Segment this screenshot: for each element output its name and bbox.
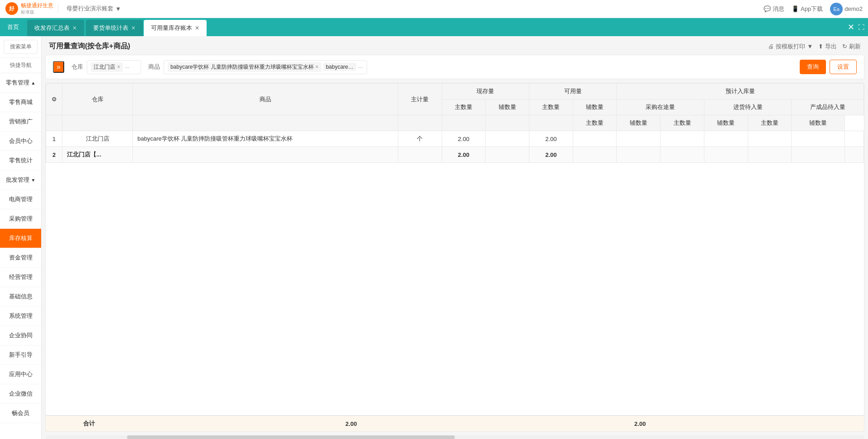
sidebar-item-inventory-check[interactable]: 库存核算 (0, 229, 41, 248)
sidebar-item-retail-stats[interactable]: 零售统计 (0, 151, 41, 170)
tab-receive-send-close[interactable]: ✕ (72, 25, 77, 31)
sidebar: 搜索菜单 快捷导航 零售管理 ▲ 零售商城 营销推广 会员中心 零售统计 批发管… (0, 36, 42, 439)
th-incoming-pending-label: 进货待入量 (704, 99, 791, 115)
template-print-button[interactable]: 🖨 按模板打印 ▼ (768, 42, 813, 51)
sidebar-item-app-center-label: 应用中心 (9, 370, 33, 378)
sidebar-item-system-mgmt[interactable]: 系统管理 (0, 307, 41, 326)
sidebar-item-marketing[interactable]: 营销推广 (0, 112, 41, 132)
sidebar-item-member-center[interactable]: 会员中心 (0, 132, 41, 151)
export-icon: ⬆ (818, 43, 823, 50)
sidebar-item-app-center[interactable]: 应用中心 (0, 365, 41, 384)
tab-home-label: 首页 (7, 23, 19, 31)
tab-fullscreen-icon[interactable]: ⛶ (858, 24, 864, 31)
tab-available-stock[interactable]: 可用量库存账本 ✕ (144, 20, 207, 36)
tab-bar-actions: ✕ ⛶ (848, 22, 868, 32)
sidebar-item-purchase-mgmt[interactable]: 采购管理 (0, 209, 41, 229)
top-bar-left: 好 畅捷通好生意 标准版 母婴行业演示账套 ▼ (5, 2, 125, 15)
td-production-main-1 (792, 131, 845, 147)
export-label: 导出 (825, 42, 837, 51)
warehouse-ellipsis[interactable]: ··· (125, 64, 130, 71)
th-production-pending-label: 产成品待入量 (792, 99, 864, 115)
th-current-aux: 辅数量 (486, 99, 529, 115)
sidebar-item-wholesale-mgmt[interactable]: 批发管理 ▼ (0, 170, 41, 190)
sidebar-item-finance-mgmt[interactable]: 资金管理 (0, 248, 41, 268)
sidebar-item-retail-mgmt[interactable]: 零售管理 ▲ (0, 73, 41, 93)
sidebar-item-member[interactable]: 畅会员 (0, 404, 41, 423)
table-settings-icon-th[interactable]: ⚙ (46, 84, 62, 115)
product-filter-group: 商品 babycare学饮杯 儿童防摔防撞吸管杯重力球吸嘴杯宝宝水杯 × bab… (148, 60, 367, 74)
td-product-1: babycare学饮杯 儿童防摔防撞吸管杯重力球吸嘴杯宝宝水杯 (133, 131, 398, 147)
logo-sub: 标准版 (21, 9, 53, 15)
sidebar-item-operations-mgmt-label: 经营管理 (9, 273, 33, 281)
table-row: 1 江北门店 babycare学饮杯 儿童防摔防撞吸管杯重力球吸嘴杯宝宝水杯 个… (46, 131, 864, 147)
th-incoming-aux: 辅数量 (704, 115, 748, 131)
tab-home[interactable]: 首页 (0, 18, 26, 36)
product-filter-input[interactable]: babycare学饮杯 儿童防摔防撞吸管杯重力球吸嘴杯宝宝水杯 × babyca… (164, 60, 367, 74)
th-available-main: 主数量 (529, 99, 573, 115)
th-expected-incoming: 预计入库量 (617, 84, 864, 99)
td-unit-2 (398, 147, 442, 163)
sidebar-item-basic-info-label: 基础信息 (9, 293, 33, 301)
product-tag-1-text: babycare学饮杯 儿童防摔防撞吸管杯重力球吸嘴杯宝宝水杯 (170, 63, 314, 71)
app-download-action[interactable]: 📱 App下载 (792, 5, 823, 13)
warehouse-tag-close[interactable]: × (117, 64, 120, 70)
search-menu-button[interactable]: 搜索菜单 (4, 40, 38, 54)
table-container: ⚙ 仓库 商品 主计量 现存量 可用量 预计入库量 主数量 辅数量 主数量 辅数… (45, 83, 864, 415)
td-available-aux-2 (573, 147, 617, 163)
refresh-button[interactable]: ↻ 刷新 (842, 42, 861, 51)
tab-close-all-icon[interactable]: ✕ (848, 22, 854, 32)
tab-order-stats-close[interactable]: ✕ (131, 25, 136, 31)
app-download-label: App下载 (801, 5, 823, 13)
sidebar-search-area: 搜索菜单 (0, 36, 41, 58)
tab-available-stock-label: 可用量库存账本 (151, 24, 192, 32)
tab-order-stats[interactable]: 要货单统计表 ✕ (86, 20, 143, 36)
top-bar: 好 畅捷通好生意 标准版 母婴行业演示账套 ▼ 💬 消息 📱 App下载 Ea … (0, 0, 868, 18)
username-label: demo2 (844, 5, 863, 12)
sidebar-item-enterprise-collab[interactable]: 企业协同 (0, 326, 41, 345)
user-action[interactable]: Ea demo2 (830, 3, 863, 15)
top-bar-right: 💬 消息 📱 App下载 Ea demo2 (764, 3, 863, 15)
settings-button[interactable]: 设置 (830, 60, 857, 74)
sidebar-item-new-guide[interactable]: 新手引导 (0, 345, 41, 365)
td-warehouse-2: 江北门店【... (62, 147, 133, 163)
sidebar-item-enterprise-wechat[interactable]: 企业微信 (0, 384, 41, 404)
sidebar-item-ecommerce-mgmt[interactable]: 电商管理 (0, 190, 41, 209)
footer-available-aux (766, 420, 802, 427)
table-scrollbar[interactable] (45, 435, 864, 439)
query-button[interactable]: 查询 (800, 60, 826, 74)
th-production-main: 主数量 (748, 115, 792, 131)
message-action[interactable]: 💬 消息 (764, 5, 784, 13)
table-scrollbar-thumb[interactable] (127, 435, 455, 439)
tab-available-stock-close[interactable]: ✕ (195, 25, 199, 31)
filter-toggle-button[interactable]: » (53, 61, 64, 73)
logo-icon: 好 (5, 2, 18, 15)
industry-label: 母婴行业演示账套 (66, 5, 113, 13)
sidebar-item-enterprise-collab-label: 企业协同 (9, 331, 33, 340)
sidebar-item-basic-info[interactable]: 基础信息 (0, 287, 41, 307)
sidebar-item-retail-mall[interactable]: 零售商城 (0, 93, 41, 112)
sidebar-item-operations-mgmt[interactable]: 经营管理 (0, 268, 41, 287)
top-divider (58, 4, 58, 13)
th-empty-5 (442, 115, 486, 131)
th-production-aux: 辅数量 (792, 115, 845, 131)
th-empty-6 (486, 115, 529, 131)
sidebar-item-ecommerce-mgmt-label: 电商管理 (9, 195, 33, 203)
industry-selector[interactable]: 母婴行业演示账套 ▼ (63, 3, 125, 14)
warehouse-filter-input[interactable]: 江北门店 × ··· (87, 60, 141, 74)
chevron-down-icon-2: ▼ (807, 43, 813, 50)
warehouse-tag: 江北门店 × (91, 62, 123, 72)
table-row: 2 江北门店【... 2.00 2.00 (46, 147, 864, 163)
quick-nav-button[interactable]: 快捷导航 (0, 58, 41, 73)
th-warehouse: 仓库 (62, 84, 133, 115)
product-ellipsis[interactable]: ··· (358, 64, 363, 71)
product-tag-1-close[interactable]: × (316, 64, 319, 70)
tab-receive-send[interactable]: 收发存汇总表 ✕ (27, 20, 84, 36)
sidebar-item-retail-mgmt-label: 零售管理 (6, 79, 29, 87)
sidebar-item-retail-stats-label: 零售统计 (9, 156, 33, 165)
footer-total-label: 合计 (53, 420, 125, 428)
product-tag-2-text: babycare… (326, 64, 354, 70)
td-product-2 (133, 147, 398, 163)
export-button[interactable]: ⬆ 导出 (818, 42, 837, 51)
td-incoming-main-1 (704, 131, 748, 147)
sidebar-item-marketing-label: 营销推广 (9, 118, 33, 126)
